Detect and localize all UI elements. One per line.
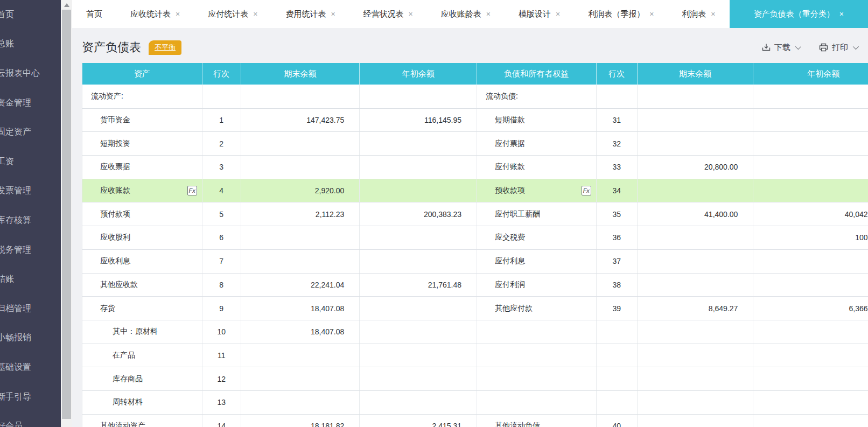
tab[interactable]: 利润表（季报）× xyxy=(574,0,668,28)
cell-liability-beginning xyxy=(753,391,868,414)
tab[interactable]: 首页 xyxy=(72,0,116,28)
cell-asset-ending: 2,920.00 xyxy=(241,179,360,202)
cell-text: 14 xyxy=(217,422,226,427)
cell-text: 应付利息 xyxy=(495,256,525,266)
main-area: 首页应收统计表×应付统计表×费用统计表×经营状况表×应收账龄表×模版设计×利润表… xyxy=(72,0,868,427)
cell-asset-ending xyxy=(241,226,360,249)
cell-asset-ending xyxy=(241,132,360,155)
tab-label: 应付统计表 xyxy=(208,9,248,19)
tab-close-icon[interactable]: × xyxy=(839,10,844,18)
cell-liability-beginning xyxy=(753,109,868,132)
cell-liability-name: 应付利息 xyxy=(477,250,597,273)
cell-liability-ending xyxy=(638,274,754,297)
sidebar-item[interactable]: 新手引导 xyxy=(0,382,61,412)
cell-asset-line: 2 xyxy=(202,132,241,155)
sidebar-item[interactable]: 税务管理 xyxy=(0,235,61,265)
cell-liability-line xyxy=(597,367,638,390)
printer-icon xyxy=(819,43,828,52)
cell-text: 预收款项 xyxy=(495,186,525,195)
sidebar-item[interactable]: 云报表中心 xyxy=(0,59,61,88)
cell-liability-beginning: 40,042.00 xyxy=(753,202,868,226)
sidebar-item[interactable]: 发票管理 xyxy=(0,177,61,206)
tab[interactable]: 模版设计× xyxy=(505,0,574,28)
cell-asset-ending xyxy=(241,344,360,367)
cell-liability-beginning: 6,366.36 xyxy=(753,297,868,320)
tab-close-icon[interactable]: × xyxy=(711,10,715,18)
cell-text: 在产品 xyxy=(113,351,135,360)
table-row: 应收利息7应付利息37 xyxy=(82,249,868,273)
cell-asset-line: 12 xyxy=(202,367,241,390)
unbalanced-badge[interactable]: 不平衡 xyxy=(149,40,181,55)
cell-text: 货币资金 xyxy=(100,115,130,125)
cell-text: 116,145.95 xyxy=(424,116,461,124)
column-header-line-no: 行次 xyxy=(597,63,638,85)
tab-active[interactable]: 资产负债表（重分类）× xyxy=(730,0,868,28)
sidebar-item[interactable]: 总账 xyxy=(0,30,61,59)
cell-text: 2,415.31 xyxy=(432,422,462,427)
tab[interactable]: 应付统计表× xyxy=(194,0,271,28)
cell-asset-ending xyxy=(241,367,360,390)
print-button[interactable]: 打印 xyxy=(819,43,857,53)
cell-text: 9 xyxy=(219,304,223,313)
sidebar-item[interactable]: 归档管理 xyxy=(0,294,61,324)
tab[interactable]: 应收统计表× xyxy=(116,0,194,28)
table-row: 应收账款Fx42,920.00预收款项Fx34 xyxy=(82,179,868,202)
cell-text: 应收票据 xyxy=(100,162,130,172)
tab[interactable]: 应收账龄表× xyxy=(427,0,505,28)
tab-close-icon[interactable]: × xyxy=(331,10,335,18)
table-row: 其他应收款822,241.0421,761.48应付利润38 xyxy=(82,273,868,297)
cell-liability-line: 38 xyxy=(597,274,638,297)
cell-text: 2 xyxy=(219,139,223,148)
tab-close-icon[interactable]: × xyxy=(176,10,180,18)
cell-text: 32 xyxy=(612,139,621,148)
sidebar-item[interactable]: 结账 xyxy=(0,264,61,294)
tab-close-icon[interactable]: × xyxy=(649,10,654,18)
cell-text: 其中：原材料 xyxy=(113,327,158,337)
cell-asset-line: 13 xyxy=(202,391,241,414)
sidebar-item[interactable]: 小畅报销 xyxy=(0,324,61,353)
cell-text: 3 xyxy=(219,163,223,171)
formula-icon[interactable]: Fx xyxy=(582,186,591,195)
table-row: 周转材料13 xyxy=(82,390,868,414)
tab-close-icon[interactable]: × xyxy=(486,10,491,18)
formula-icon[interactable]: Fx xyxy=(187,186,197,195)
cell-text: 18,181.82 xyxy=(311,422,344,427)
sidebar-item[interactable]: 首页 xyxy=(0,0,61,30)
cell-asset-ending: 2,112.23 xyxy=(241,202,360,226)
table-row: 其中：原材料1018,407.08 xyxy=(82,320,868,344)
sidebar-item[interactable]: 好会员 xyxy=(0,411,61,427)
cell-text: 预付款项 xyxy=(100,209,130,219)
sidebar-item[interactable]: 基础设置 xyxy=(0,353,61,382)
title-row: 资产负债表 不平衡 下载 打印 xyxy=(82,36,857,59)
sidebar-item[interactable]: 资金管理 xyxy=(0,88,61,118)
tab-close-icon[interactable]: × xyxy=(556,10,560,18)
sidebar-item[interactable]: 工资 xyxy=(0,147,61,177)
cell-text: 存货 xyxy=(100,304,115,313)
cell-text: 21,761.48 xyxy=(428,281,461,289)
scrollbar-thumb[interactable] xyxy=(62,10,71,419)
tab[interactable]: 费用统计表× xyxy=(271,0,349,28)
sidebar-item[interactable]: 库存核算 xyxy=(0,206,61,235)
sidebar-scrollbar[interactable] xyxy=(61,0,72,427)
cell-asset-beginning xyxy=(360,344,477,367)
cell-asset-beginning xyxy=(360,320,477,344)
cell-liability-ending xyxy=(638,226,754,249)
sidebar-item[interactable]: 固定资产 xyxy=(0,117,61,147)
tab-close-icon[interactable]: × xyxy=(253,10,257,18)
table-row: 流动资产:流动负债: xyxy=(82,85,868,108)
cell-text: 5 xyxy=(219,210,223,219)
download-label: 下载 xyxy=(774,43,790,53)
tab-label: 模版设计 xyxy=(519,9,551,19)
tab[interactable]: 利润表× xyxy=(668,0,729,28)
tab-close-icon[interactable]: × xyxy=(409,10,413,18)
scroll-up-icon[interactable] xyxy=(64,3,69,7)
sidebar: 首页总账云报表中心资金管理固定资产工资发票管理库存核算税务管理结账归档管理小畅报… xyxy=(0,0,61,427)
cell-liability-line: 32 xyxy=(597,132,638,155)
download-button[interactable]: 下载 xyxy=(762,43,800,53)
cell-text: 11 xyxy=(218,351,226,360)
cell-liability-beginning xyxy=(753,132,868,155)
tab[interactable]: 经营状况表× xyxy=(349,0,427,28)
cell-text: 应付票据 xyxy=(495,139,525,149)
cell-liability-name: 预收款项Fx xyxy=(477,179,597,202)
cell-asset-ending: 18,181.82 xyxy=(241,415,360,427)
